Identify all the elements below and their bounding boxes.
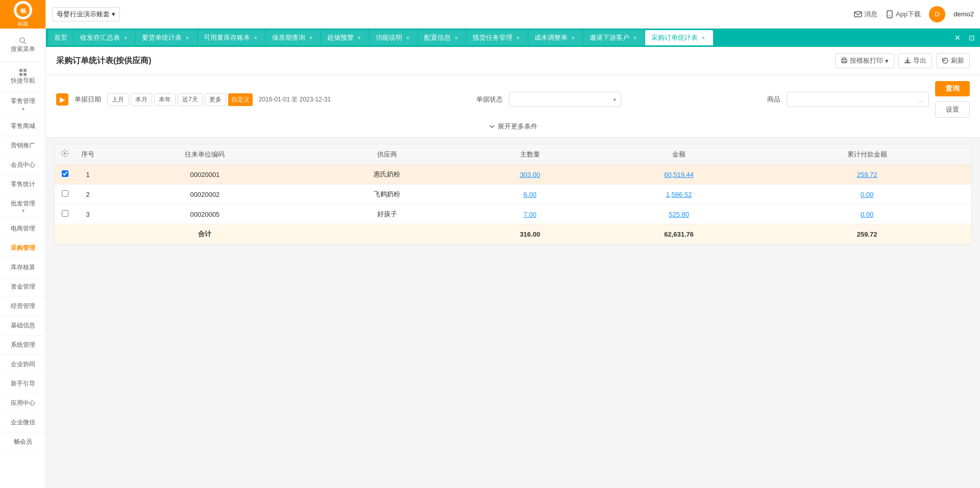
table-row[interactable]: 1 00020001 惠氏奶粉 303.00 60,519.44 259.72 — [55, 165, 971, 185]
sidebar-item-purchase[interactable]: 采购管理 — [0, 239, 45, 258]
sidebar-item-wholesale[interactable]: 批发管理 ▼ — [0, 194, 45, 219]
tab-function-desc-close-icon[interactable]: × — [404, 34, 411, 41]
search-menu-item[interactable]: 搜索菜单 — [3, 33, 42, 58]
row-qty-cell: 303.00 — [464, 165, 595, 185]
tab-overstock[interactable]: 超储预警 × — [321, 30, 369, 45]
tab-cost-adjust-label: 成本调整单 — [534, 33, 568, 42]
sidebar-item-member[interactable]: 会员中心 — [0, 156, 45, 175]
date-this-year-btn[interactable]: 本年 — [154, 93, 176, 106]
sidebar-item-retail-mall[interactable]: 零售商城 — [0, 117, 45, 136]
row-paid-amount-link[interactable]: 259.72 — [857, 171, 877, 178]
sidebar-item-enterprise-wechat[interactable]: 企业微信 — [0, 413, 45, 432]
sidebar-item-ecommerce[interactable]: 电商管理 — [0, 219, 45, 239]
table-header-row: 序号 往来单位编码 供应商 主数量 金额 — [55, 144, 971, 165]
row-checkbox[interactable] — [62, 210, 68, 217]
tab-invite-downstream[interactable]: 邀请下游客户 × — [583, 30, 645, 45]
app-download-btn[interactable]: App下载 — [886, 10, 921, 19]
tab-picking-task-close-icon[interactable]: × — [514, 34, 522, 41]
tab-config-info-close-icon[interactable]: × — [453, 34, 460, 41]
sidebar-item-retail-stats[interactable]: 零售统计 — [0, 175, 45, 194]
date-this-month-btn[interactable]: 本月 — [131, 93, 152, 106]
row-paid-amount-link[interactable]: 0.00 — [861, 191, 873, 198]
tab-close-current-btn[interactable]: ✕ — [951, 32, 964, 44]
goods-input[interactable]: … — [787, 92, 929, 107]
tab-overstock-close-icon[interactable]: × — [356, 34, 363, 41]
tab-function-desc[interactable]: 功能说明 × — [370, 30, 418, 45]
tab-invite-downstream-close-icon[interactable]: × — [631, 34, 639, 41]
tab-receive-send-close-icon[interactable]: × — [122, 34, 129, 41]
sidebar-item-basic-info[interactable]: 基础信息 — [0, 316, 45, 336]
row-paid-amount-link[interactable]: 0.00 — [861, 211, 873, 218]
sidebar-item-new-guide[interactable]: 新手引导 — [0, 374, 45, 394]
row-qty-link[interactable]: 7.00 — [524, 211, 536, 218]
quick-nav-item[interactable]: 快捷导航 — [0, 64, 45, 89]
table-row[interactable]: 3 00020005 好孩子 7.00 525.80 0.00 — [55, 204, 971, 224]
export-button[interactable]: 导出 — [898, 53, 932, 68]
query-button[interactable]: 查询 — [935, 81, 970, 96]
col-unit-code-label: 往来单位编码 — [185, 150, 225, 158]
tab-receive-send-label: 收发存汇总表 — [80, 33, 120, 42]
status-select[interactable]: ▾ — [509, 92, 621, 107]
tab-shelf-life-close-icon[interactable]: × — [307, 34, 314, 41]
row-checkbox[interactable] — [62, 170, 68, 177]
sidebar-item-app-center[interactable]: 应用中心 — [0, 394, 45, 413]
sidebar-item-finance[interactable]: 资金管理 — [0, 277, 45, 297]
tab-available-inventory-close-icon[interactable]: × — [252, 34, 259, 41]
row-checkbox-cell[interactable] — [55, 204, 75, 224]
sidebar-item-system[interactable]: 系统管理 — [0, 336, 45, 355]
sidebar-item-retail[interactable]: 零售管理 ▲ — [0, 92, 45, 117]
tab-order-stats[interactable]: 要货单统计表 × — [136, 30, 197, 45]
svg-rect-6 — [19, 73, 22, 76]
tab-cost-adjust[interactable]: 成本调整单 × — [528, 30, 583, 45]
tab-shelf-life[interactable]: 保质期查询 × — [266, 30, 321, 45]
row-amount-link[interactable]: 1,586.52 — [666, 191, 692, 198]
username-label[interactable]: demo2 — [953, 10, 974, 18]
account-dropdown[interactable]: 母婴行业演示账套 ▾ — [52, 7, 120, 21]
row-amount-cell: 60,519.44 — [595, 165, 763, 185]
sidebar-logo[interactable]: 畅 标题 — [0, 0, 45, 29]
sidebar-item-inventory[interactable]: 库存核算 — [0, 258, 45, 277]
date-7days-btn[interactable]: 近7天 — [178, 93, 203, 106]
sidebar-item-enterprise-wechat-label: 企业微信 — [11, 418, 35, 427]
tab-purchase-order-stats[interactable]: 采购订单统计表 × — [645, 30, 713, 45]
row-checkbox-cell[interactable] — [55, 165, 75, 185]
row-amount-link[interactable]: 60,519.44 — [664, 171, 694, 178]
sidebar-item-marketing[interactable]: 营销推广 — [0, 136, 45, 156]
date-custom-badge[interactable]: 自定义 — [228, 93, 253, 106]
dropdown-arrow-icon: ▾ — [112, 10, 115, 18]
expand-more-link[interactable]: 展开更多条件 — [488, 122, 537, 131]
tab-purchase-order-stats-close-icon[interactable]: × — [700, 34, 707, 41]
row-qty-link[interactable]: 303.00 — [520, 171, 540, 178]
date-last-month-btn[interactable]: 上月 — [107, 93, 129, 106]
user-avatar[interactable]: D — [929, 6, 945, 22]
goods-input-more-icon[interactable]: … — [918, 96, 924, 104]
tab-home[interactable]: 首页 — [48, 30, 74, 45]
tab-receive-send[interactable]: 收发存汇总表 × — [74, 30, 135, 45]
table-row[interactable]: 2 00020002 飞鹤奶粉 6.00 1,586.52 0.00 — [55, 185, 971, 204]
refresh-button[interactable]: 刷新 — [936, 53, 970, 68]
tab-available-inventory[interactable]: 可用量库存账本 × — [198, 30, 265, 45]
tab-picking-task[interactable]: 拣货任务管理 × — [467, 30, 528, 45]
retail-expand-icon: ▲ — [21, 106, 26, 111]
sidebar-item-vip[interactable]: 畅会员 — [0, 432, 45, 452]
print-button[interactable]: 按模板打印 ▾ — [835, 53, 894, 68]
tab-window-btn[interactable]: ⊡ — [966, 32, 978, 44]
filter-expand-btn[interactable]: ▶ — [56, 93, 68, 106]
row-qty-link[interactable]: 6.00 — [524, 191, 536, 198]
row-supplier-cell: 惠氏奶粉 — [309, 165, 465, 185]
date-more-btn[interactable]: 更多 — [205, 93, 226, 106]
sidebar-item-enterprise-collab[interactable]: 企业协同 — [0, 355, 45, 374]
tab-config-info[interactable]: 配置信息 × — [418, 30, 466, 45]
row-checkbox[interactable] — [62, 190, 68, 197]
col-settings-header[interactable] — [55, 144, 75, 165]
message-btn[interactable]: 消息 — [854, 10, 877, 19]
row-checkbox-cell[interactable] — [55, 185, 75, 204]
settings-button[interactable]: 设置 — [935, 101, 970, 118]
sidebar-item-retail-label: 零售管理 — [11, 97, 35, 106]
sidebar-item-member-label: 会员中心 — [11, 161, 35, 169]
row-amount-link[interactable]: 525.80 — [669, 211, 689, 218]
tab-order-stats-close-icon[interactable]: × — [184, 34, 191, 41]
svg-rect-8 — [854, 12, 862, 17]
sidebar-item-operations[interactable]: 经营管理 — [0, 297, 45, 316]
tab-cost-adjust-close-icon[interactable]: × — [570, 34, 577, 41]
